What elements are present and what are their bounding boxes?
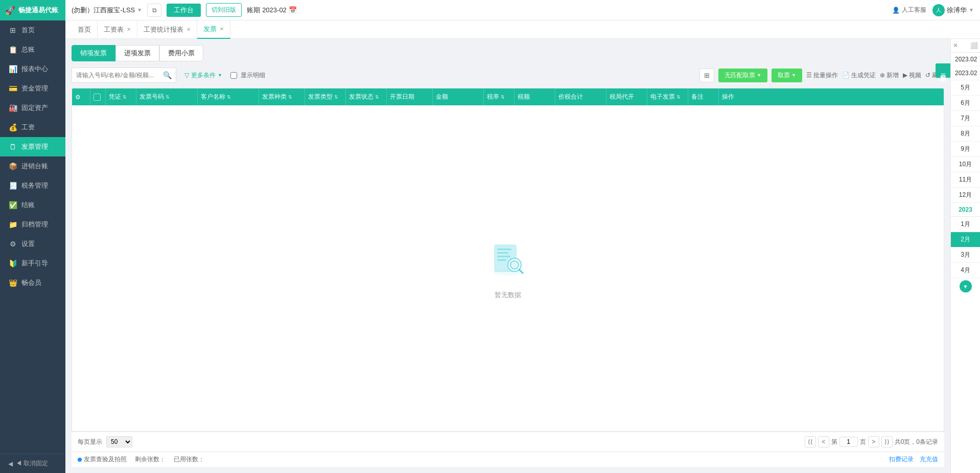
show-detail-checkbox[interactable] [230, 72, 237, 79]
customer-service[interactable]: 👤 人工客服 [892, 6, 926, 14]
period-item-2023-02-2[interactable]: 2023.02 [951, 66, 980, 80]
sidebar-item-tax[interactable]: 🧾 税务管理 [0, 176, 65, 195]
col-header-open-date[interactable]: 开票日期 [387, 88, 433, 105]
last-page-btn[interactable]: ⟩⟩ [881, 436, 893, 447]
more-conditions-btn[interactable]: ▽ 更多条件 ▼ [180, 69, 226, 82]
period-item-7[interactable]: 7月 [951, 111, 980, 126]
prev-page-btn[interactable]: < [818, 436, 829, 447]
right-panel-expand[interactable]: ⬜ [970, 42, 978, 49]
col-header-settings[interactable]: ⚙ [72, 88, 90, 105]
first-page-btn[interactable]: ⟨⟨ [805, 436, 816, 447]
recharge-link[interactable]: 充充值 [920, 455, 938, 464]
col-header-amount[interactable]: 金额 [433, 88, 484, 105]
grid-view-btn[interactable]: ⊞ [699, 69, 714, 82]
show-detail-toggle[interactable]: 显示明细 [230, 71, 265, 80]
period-item-jan[interactable]: 1月 [951, 217, 980, 232]
sub-tab-purchase-label: 进项发票 [124, 49, 151, 57]
year-2023[interactable]: 2023 [951, 203, 980, 217]
search-icon[interactable]: 🔍 [163, 71, 172, 79]
col-header-tax-total[interactable]: 价税合计 [555, 88, 606, 105]
sidebar-item-archive[interactable]: 📁 归档管理 [0, 215, 65, 234]
sidebar-item-closing[interactable]: ✅ 结账 [0, 195, 65, 215]
new-btn[interactable]: ⊕ 新增 [880, 71, 899, 80]
table-container[interactable]: ⚙ 凭证 ⇅ 发票号码 ⇅ 客户名称 ⇅ [72, 88, 944, 432]
invoice-type-sort-icon: ⇅ [288, 95, 292, 100]
video-btn[interactable]: ▶ 视频 [903, 71, 921, 80]
tab-invoice[interactable]: 发票 ✕ [197, 20, 230, 39]
period-item-apr[interactable]: 4月 [951, 263, 980, 278]
period-item-5[interactable]: 5月 [951, 80, 980, 96]
col-header-tax-rate[interactable]: 税率 ⇅ [484, 88, 515, 105]
period-nav-down[interactable]: ▼ [960, 280, 972, 292]
gen-cert-btn[interactable]: 📄 生成凭证 [842, 71, 876, 80]
period-item-11[interactable]: 11月 [951, 172, 980, 188]
app-logo: 🚀 畅捷通易代账 [0, 0, 65, 20]
sidebar-item-guide[interactable]: 🔰 新手引导 [0, 254, 65, 273]
select-all-checkbox[interactable] [94, 94, 101, 101]
page-size-select[interactable]: 50 10 20 100 [106, 436, 132, 447]
tab-close-payroll-table[interactable]: ✕ [127, 27, 131, 32]
col-header-customer[interactable]: 客户名称 ⇅ [198, 88, 259, 105]
period-item-10[interactable]: 10月 [951, 157, 980, 172]
sidebar-item-label: 报表中心 [21, 64, 48, 74]
empty-text: 暂无数据 [495, 290, 521, 300]
user-menu[interactable]: 人 徐溥华 ▼ [932, 4, 974, 16]
sidebar-item-funds[interactable]: 💳 资金管理 [0, 79, 65, 98]
empty-state: 暂无数据 [72, 105, 944, 431]
col-header-cert[interactable]: 凭证 ⇅ [106, 88, 136, 105]
col-header-tax[interactable]: 税额 [515, 88, 555, 105]
old-version-button[interactable]: 切到旧版 [206, 3, 242, 17]
period-item-mar[interactable]: 3月 [951, 247, 980, 263]
sub-tab-purchase[interactable]: 进项发票 [115, 45, 159, 61]
period-item-9[interactable]: 9月 [951, 142, 980, 157]
sidebar-item-sales[interactable]: 📦 进销台账 [0, 156, 65, 176]
col-header-tax-code[interactable]: 税局代开 [606, 88, 647, 105]
period-item-8[interactable]: 8月 [951, 126, 980, 142]
sub-tab-sales[interactable]: 销项发票 [72, 45, 115, 61]
invoice-panel: 销项发票 进项发票 费用小票 🔍 ▽ 更多条件 ▼ [65, 39, 950, 473]
col-header-e-invoice[interactable]: 电子发票 ⇅ [647, 88, 688, 105]
workbench-button[interactable]: 工作台 [167, 4, 201, 17]
sidebar-item-settings[interactable]: ⚙ 设置 [0, 234, 65, 254]
tab-payroll-table[interactable]: 工资表 ✕ [98, 20, 137, 39]
copy-button[interactable]: ⧉ [147, 4, 161, 17]
sidebar-item-payroll[interactable]: 💰 工资 [0, 118, 65, 137]
sidebar-item-invoice[interactable]: 🗒 发票管理 [0, 137, 65, 156]
period-item-2023-02-top[interactable]: 2023.02 [951, 53, 980, 66]
period-item-12[interactable]: 12月 [951, 188, 980, 203]
tab-close-invoice[interactable]: ✕ [220, 26, 224, 32]
period-item-6[interactable]: 6月 [951, 96, 980, 111]
fee-record-link[interactable]: 扣费记录 [889, 455, 914, 464]
sub-tab-expense[interactable]: 费用小票 [159, 45, 203, 61]
batch-op-btn[interactable]: ☰ 批量操作 [806, 71, 838, 80]
tab-close-payroll-stats[interactable]: ✕ [186, 27, 191, 32]
sidebar-pin-toggle[interactable]: ◀ ◀ 取消固定 [0, 454, 65, 473]
col-header-remark[interactable]: 备注 [688, 88, 719, 105]
sidebar-item-home[interactable]: ⊞ 首页 [0, 20, 65, 40]
next-page-btn[interactable]: > [868, 436, 879, 447]
open-period-btn[interactable]: 开账日期 [936, 63, 950, 78]
company-selector[interactable]: (勿删）江西服宝-LSS ▼ [72, 6, 142, 15]
no-match-btn[interactable]: 无匹配取票 ▼ [718, 69, 767, 82]
sidebar-item-ledger[interactable]: 📋 总账 [0, 40, 65, 59]
batch-label: 批量操作 [813, 71, 838, 80]
filter-caret: ▼ [218, 73, 222, 78]
col-header-invoice-no[interactable]: 发票号码 ⇅ [136, 88, 198, 105]
search-input[interactable] [76, 72, 163, 79]
col-header-check[interactable] [90, 88, 106, 105]
sidebar-item-fixed-assets[interactable]: 🏭 固定资产 [0, 98, 65, 118]
invoice-icon: 🗒 [8, 143, 17, 151]
sidebar-item-member[interactable]: 👑 畅会员 [0, 273, 65, 292]
tab-payroll-stats[interactable]: 工资统计报表 ✕ [137, 20, 197, 39]
right-panel-close[interactable]: ✕ [953, 42, 958, 49]
search-box[interactable]: 🔍 [72, 67, 176, 83]
match-btn[interactable]: 取票 ▼ [772, 69, 802, 82]
col-header-invoice-status[interactable]: 发票状态 ⇅ [346, 88, 387, 105]
sidebar-item-reports[interactable]: 📊 报表中心 [0, 59, 65, 79]
col-header-invoice-cat[interactable]: 发票类型 ⇅ [305, 88, 346, 105]
col-header-invoice-type[interactable]: 发票种类 ⇅ [259, 88, 305, 105]
page-input[interactable] [839, 437, 858, 447]
period-item-feb[interactable]: 2月 [951, 232, 980, 247]
tab-home[interactable]: 首页 [72, 20, 98, 39]
verify-dot [78, 458, 82, 462]
